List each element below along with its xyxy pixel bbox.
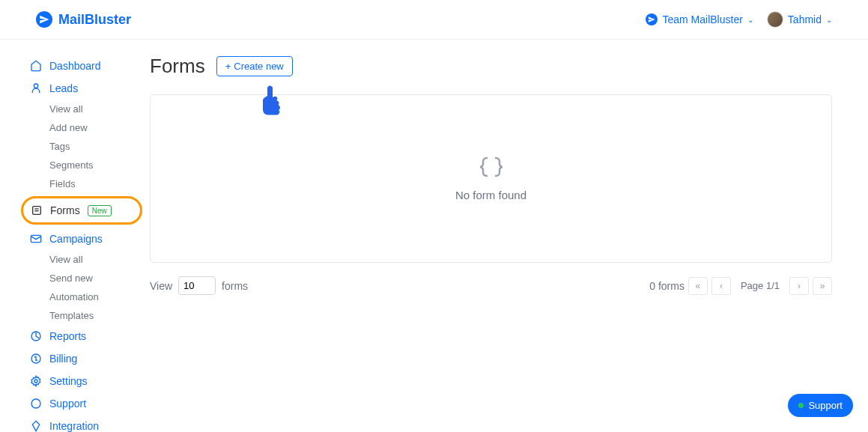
- sidebar-sub-campaigns-viewall[interactable]: View all: [49, 250, 150, 269]
- new-badge: New: [88, 205, 112, 216]
- paper-plane-icon: [646, 13, 658, 25]
- sidebar-sub-leads-tags[interactable]: Tags: [49, 137, 150, 156]
- prev-page-button[interactable]: ‹: [711, 277, 731, 295]
- sidebar-sub-campaigns-templates[interactable]: Templates: [49, 306, 150, 325]
- sidebar-label: Settings: [49, 375, 88, 387]
- first-page-button[interactable]: «: [688, 277, 708, 295]
- brand-logo[interactable]: MailBluster: [36, 11, 131, 28]
- sidebar-item-forms[interactable]: Forms New: [21, 196, 142, 225]
- sidebar-item-campaigns[interactable]: Campaigns: [30, 228, 150, 250]
- svg-point-7: [34, 380, 37, 383]
- sidebar-sub-leads-segments[interactable]: Segments: [49, 156, 150, 174]
- sidebar-label: Support: [49, 398, 86, 410]
- status-dot-icon: [798, 403, 804, 408]
- pointer-hand-icon: [257, 84, 285, 123]
- mailbluster-icon: [36, 11, 52, 28]
- sidebar-label: Integration: [49, 420, 99, 432]
- form-icon: [31, 204, 43, 216]
- diamond-icon: [30, 420, 42, 432]
- svg-point-0: [34, 84, 37, 88]
- sidebar-sub-campaigns-automation[interactable]: Automation: [49, 288, 150, 306]
- per-page-input[interactable]: [178, 276, 216, 295]
- support-widget-button[interactable]: Support: [788, 394, 853, 417]
- page-title: Forms: [150, 55, 205, 78]
- sidebar-label: Dashboard: [49, 60, 101, 72]
- user-icon: [30, 82, 42, 94]
- chart-icon: [30, 330, 42, 342]
- sidebar-item-settings[interactable]: Settings: [30, 370, 150, 392]
- sidebar-label: Leads: [49, 82, 78, 94]
- support-widget-label: Support: [808, 400, 843, 411]
- last-page-button[interactable]: »: [813, 277, 832, 295]
- forms-label: forms: [222, 280, 248, 292]
- sidebar-item-support[interactable]: Support: [30, 392, 150, 415]
- sidebar-label: Billing: [49, 353, 77, 365]
- sidebar-sub-leads-fields[interactable]: Fields: [49, 174, 150, 193]
- sidebar-item-leads[interactable]: Leads: [30, 77, 150, 100]
- sidebar-sub-campaigns-sendnew[interactable]: Send new: [49, 269, 150, 288]
- chevron-down-icon: ⌄: [747, 16, 753, 24]
- avatar: [767, 11, 783, 28]
- sidebar-sub-leads-addnew[interactable]: Add new: [49, 118, 150, 137]
- user-selector[interactable]: Tahmid ⌄: [767, 11, 832, 28]
- user-name: Tahmid: [788, 13, 822, 25]
- forms-empty-state: No form found: [150, 94, 832, 263]
- sidebar-label: Reports: [49, 330, 86, 342]
- chat-icon: [30, 398, 42, 410]
- sidebar-label: Forms: [50, 204, 80, 216]
- team-label: Team MailBluster: [662, 13, 742, 25]
- chevron-down-icon: ⌄: [826, 16, 832, 24]
- sidebar-item-dashboard[interactable]: Dashboard: [30, 55, 150, 77]
- team-selector[interactable]: Team MailBluster ⌄: [646, 13, 753, 25]
- empty-text: No form found: [455, 189, 526, 201]
- next-page-button[interactable]: ›: [789, 277, 809, 295]
- sidebar-item-integration[interactable]: Integration: [30, 415, 150, 432]
- sidebar-label: Campaigns: [49, 233, 103, 245]
- create-label: Create new: [234, 61, 283, 72]
- sidebar-item-reports[interactable]: Reports: [30, 325, 150, 347]
- dollar-icon: [30, 353, 42, 365]
- count-label: 0 forms: [649, 280, 685, 292]
- gear-icon: [30, 375, 42, 387]
- brand-name: MailBluster: [58, 12, 131, 28]
- sidebar-item-billing[interactable]: Billing: [30, 347, 150, 370]
- create-new-button[interactable]: + Create new: [216, 56, 293, 76]
- envelope-icon: [30, 233, 42, 245]
- page-info: Page 1/1: [735, 277, 786, 294]
- sidebar-sub-leads-viewall[interactable]: View all: [49, 100, 150, 118]
- sidebar: Dashboard Leads View all Add new Tags Se…: [0, 40, 150, 432]
- braces-icon: [476, 156, 506, 181]
- view-label: View: [150, 280, 172, 292]
- plus-icon: +: [225, 61, 231, 72]
- home-icon: [30, 60, 42, 72]
